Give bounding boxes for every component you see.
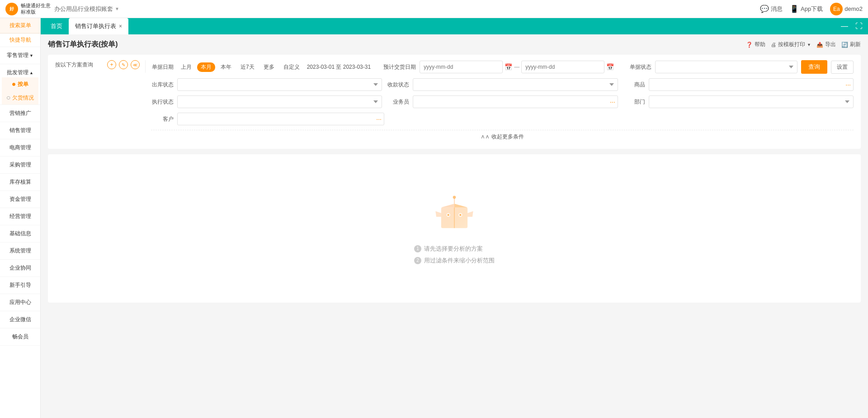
top-bar-right: 💬 消息 📱 App下载 Ea demo2 xyxy=(760,3,863,15)
tab-minimize-icon[interactable]: — xyxy=(839,22,850,30)
execstatus-label: 执行状态 xyxy=(151,98,174,106)
goods-more-icon[interactable]: ··· xyxy=(845,81,851,88)
chevron-down-icon: ▼ xyxy=(29,53,33,58)
export-button[interactable]: 📤 导出 xyxy=(816,41,836,48)
sidebar-item-sales[interactable]: 销售管理 xyxy=(0,122,40,139)
sidebar-search[interactable]: 搜索菜单 xyxy=(0,18,40,33)
settings-button[interactable]: 设置 xyxy=(831,61,854,74)
sidebar-item-ecommerce[interactable]: 电商管理 xyxy=(0,139,40,157)
expected-date-from[interactable] xyxy=(420,61,503,73)
customer-input[interactable] xyxy=(177,113,384,125)
status-select[interactable] xyxy=(655,61,797,73)
main-layout: 搜索菜单 快捷导航 零售管理 ▼ 批发管理 ▲ ● 按单 ○ xyxy=(0,18,868,418)
sidebar-item-retail[interactable]: 零售管理 ▼ xyxy=(0,47,40,64)
sidebar-item-member[interactable]: 畅会员 xyxy=(0,328,40,346)
empty-tip-2: 2 用过滤条件来缩小分析范围 xyxy=(414,255,495,266)
print-icon: 🖨 xyxy=(771,42,776,48)
collection-select[interactable] xyxy=(413,78,618,91)
sidebar-item-marketing[interactable]: 营销推广 xyxy=(0,105,40,122)
logo-area: 好 畅捷通好生意 标准版 xyxy=(5,3,51,15)
sidebar-sub-wholesale: ● 按单 ○ 欠货情况 xyxy=(2,77,38,104)
tab-sales-order[interactable]: 销售订单执行表 × xyxy=(69,18,128,34)
add-scheme-button[interactable]: + xyxy=(107,60,116,69)
filter-row-2: 出库状态 收款状态 xyxy=(151,78,854,91)
empty-tips: 1 请先选择要分析的方案 2 用过滤条件来缩小分析范围 xyxy=(414,243,495,266)
salesperson-input[interactable] xyxy=(413,95,618,108)
svg-point-7 xyxy=(453,196,456,199)
sidebar-item-newbie[interactable]: 新手引导 xyxy=(0,277,40,294)
user-avatar[interactable]: Ea demo2 xyxy=(830,3,863,15)
tab-home[interactable]: 首页 xyxy=(44,18,69,34)
app-icon: 📱 xyxy=(790,5,799,13)
sidebar-sub-item-欠货情况[interactable]: ○ 欠货情况 xyxy=(2,91,38,104)
calendar-to-icon[interactable]: 📅 xyxy=(606,63,614,71)
outstatus-select[interactable] xyxy=(177,78,382,91)
template-print-button[interactable]: 🖨 按模板打印 ▼ xyxy=(771,41,811,48)
collapse-scheme-button[interactable]: ≪ xyxy=(131,60,140,69)
empty-state: 1 请先选择要分析的方案 2 用过滤条件来缩小分析范围 xyxy=(48,154,861,303)
expected-date-to[interactable] xyxy=(521,61,604,73)
salesperson-label: 业务员 xyxy=(387,98,409,106)
execstatus-select[interactable] xyxy=(177,95,382,108)
goods-input[interactable] xyxy=(649,78,854,91)
tab-bar-actions: — ⛶ xyxy=(839,22,864,30)
tab-close-icon[interactable]: × xyxy=(119,23,122,29)
sidebar-item-basic-info[interactable]: 基础信息 xyxy=(0,225,40,242)
filter-field-outstatus: 出库状态 xyxy=(151,78,382,91)
sidebar-item-enterprise[interactable]: 企业协同 xyxy=(0,260,40,277)
filter-scheme-header: 按以下方案查询 + ✎ ≪ xyxy=(55,60,140,69)
avatar-icon: Ea xyxy=(830,3,843,15)
app-download-button[interactable]: 📱 App下载 xyxy=(790,5,823,13)
date-tab-custom[interactable]: 自定义 xyxy=(280,62,303,72)
chevron-up-icon: ▲ xyxy=(29,71,33,75)
sidebar-item-system[interactable]: 系统管理 xyxy=(0,242,40,260)
page-header: 销售订单执行表(按单) ❓ 帮助 🖨 按模板打印 ▼ 📤 导出 xyxy=(48,40,861,49)
filter-row-3: 执行状态 业务员 xyxy=(151,95,854,108)
circle-outline-icon: ○ xyxy=(6,94,11,102)
date-tab-this-year[interactable]: 本年 xyxy=(217,62,235,72)
tab-maximize-icon[interactable]: ⛶ xyxy=(854,22,864,30)
refresh-icon: 🔄 xyxy=(841,42,848,48)
message-button[interactable]: 💬 消息 xyxy=(760,5,783,13)
svg-point-5 xyxy=(459,214,461,216)
sidebar-item-wechat[interactable]: 企业微信 xyxy=(0,311,40,328)
filter-field-collection: 收款状态 xyxy=(387,78,618,91)
top-bar-left: 好 畅捷通好生意 标准版 办公用品行业模拟账套 ▼ xyxy=(5,3,119,15)
date-tab-last-month[interactable]: 上月 xyxy=(177,62,195,72)
sidebar-item-inventory[interactable]: 库存核算 xyxy=(0,174,40,191)
page-content: 销售订单执行表(按单) ❓ 帮助 🖨 按模板打印 ▼ 📤 导出 xyxy=(41,34,868,418)
calendar-from-icon[interactable]: 📅 xyxy=(505,63,512,71)
sidebar-item-app-center[interactable]: 应用中心 xyxy=(0,294,40,311)
customer-more-icon[interactable]: ··· xyxy=(376,115,382,123)
sidebar-item-operations[interactable]: 经营管理 xyxy=(0,208,40,225)
logo-text: 畅捷通好生意 标准版 xyxy=(21,3,51,14)
sidebar-item-purchase[interactable]: 采购管理 xyxy=(0,157,40,174)
date-tab-more[interactable]: 更多 xyxy=(260,62,278,72)
salesperson-more-icon[interactable]: ··· xyxy=(610,98,615,105)
sidebar-quick-nav[interactable]: 快捷导航 xyxy=(0,33,40,47)
logo-icon: 好 xyxy=(5,3,18,15)
breadcrumb[interactable]: 办公用品行业模拟账套 ▼ xyxy=(54,5,119,13)
sidebar-item-wholesale[interactable]: 批发管理 ▲ ● 按单 ○ 欠货情况 xyxy=(0,64,40,105)
help-button[interactable]: ❓ 帮助 xyxy=(746,41,765,48)
filter-right: 单据日期 上月 本月 本年 近7天 更多 自定义 2023-03-01 至 20… xyxy=(151,60,854,143)
tab-bar: 首页 销售订单执行表 × — ⛶ xyxy=(41,18,868,34)
edit-scheme-button[interactable]: ✎ xyxy=(119,60,128,69)
collapse-conditions-button[interactable]: ∧∧ 收起更多条件 xyxy=(151,130,854,143)
content-area: 首页 销售订单执行表 × — ⛶ 销售订单执行表(按单) ❓ 帮助 xyxy=(41,18,868,418)
date-tab-7days[interactable]: 近7天 xyxy=(237,62,258,72)
date-tab-this-month[interactable]: 本月 xyxy=(197,62,215,72)
customer-label: 客户 xyxy=(151,115,174,123)
query-button[interactable]: 查询 xyxy=(801,60,827,74)
filter-field-department: 部门 xyxy=(623,95,854,108)
status-label: 单据状态 xyxy=(627,63,651,71)
department-select[interactable] xyxy=(649,95,854,108)
refresh-button[interactable]: 🔄 刷新 xyxy=(841,41,861,48)
sidebar-sub-item-按单[interactable]: ● 按单 xyxy=(2,77,38,91)
status-select-wrap xyxy=(655,61,797,73)
sidebar-item-finance[interactable]: 资金管理 xyxy=(0,191,40,208)
help-icon: ❓ xyxy=(746,42,753,48)
page-title: 销售订单执行表(按单) xyxy=(48,40,118,49)
message-icon: 💬 xyxy=(760,5,769,13)
filter-panel: 按以下方案查询 + ✎ ≪ 单据日期 上月 本 xyxy=(48,55,861,149)
